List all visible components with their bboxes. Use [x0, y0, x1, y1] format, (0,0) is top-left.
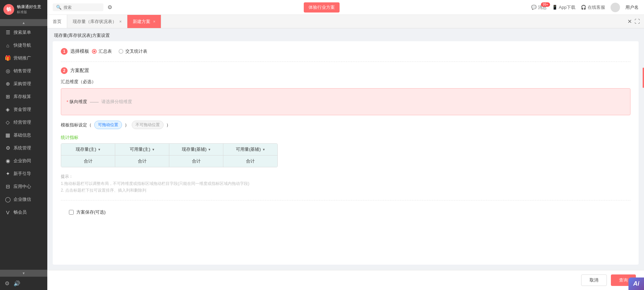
finance-icon: ◈	[5, 106, 11, 113]
system-icon: ⚙	[5, 145, 11, 151]
stats-col-0: 现存量(主) ▾ 合计	[61, 144, 115, 167]
basic-info-icon: ▦	[5, 132, 11, 138]
search-box[interactable]: 🔍	[53, 3, 103, 11]
sidebar-item-finance[interactable]: ◈ 资金管理	[0, 103, 47, 116]
sidebar-item-search-menu[interactable]: ☰ 搜索菜单	[0, 26, 47, 39]
col3-dropdown-icon[interactable]: ▾	[263, 147, 265, 152]
dimension-label: 纵向维度	[70, 99, 87, 105]
industry-plan-button[interactable]: 体验行业方案	[304, 2, 340, 13]
app-download-label: App下载	[559, 4, 575, 10]
sidebar-item-basic-info[interactable]: ▦ 基础信息	[0, 129, 47, 142]
stats-table: 现存量(主) ▾ 合计 可用量(主) ▾ 合计	[61, 143, 278, 167]
sidebar-item-guide[interactable]: ✦ 新手引导	[0, 167, 47, 180]
tab-inventory-close[interactable]: ×	[119, 19, 122, 24]
service-icon: 🎧	[581, 5, 586, 10]
aggregation-label: 汇总维度（必选）	[61, 79, 630, 85]
tab-inventory-status[interactable]: 现存量（库存状况表） ×	[67, 15, 127, 28]
radio-cross[interactable]: 交叉统计表	[119, 48, 147, 54]
app-download-button[interactable]: 📱 App下载	[552, 4, 575, 10]
avatar[interactable]	[611, 3, 620, 12]
stats-col-header-3[interactable]: 可用量(基辅) ▾	[223, 144, 277, 155]
sidebar-item-system[interactable]: ⚙ 系统管理	[0, 142, 47, 154]
radio-summary-circle	[92, 49, 97, 54]
sidebar-item-quick-nav[interactable]: ⌂ 快捷导航	[0, 39, 47, 52]
settings-gear-icon[interactable]: ⚙	[107, 4, 112, 10]
wechat-icon: ◯	[5, 196, 11, 202]
indicator-label-end: ）	[125, 122, 129, 128]
tab-new-plan[interactable]: 新建方案 ×	[127, 15, 161, 28]
chip-draggable: 可拖动位置	[94, 121, 122, 129]
col2-dropdown-icon[interactable]: ▾	[208, 147, 210, 152]
step2-title: 方案配置	[70, 68, 89, 74]
home-icon: ⌂	[5, 43, 11, 48]
sales-icon: ◎	[5, 68, 11, 74]
step2-header: 2 方案配置	[61, 67, 630, 74]
radio-summary[interactable]: 汇总表	[92, 48, 112, 54]
sidebar-item-label: 经营管理	[14, 119, 31, 125]
col0-dropdown-icon[interactable]: ▾	[98, 147, 100, 152]
online-service-button[interactable]: 🎧 在线客服	[581, 4, 605, 10]
sidebar-bottom: ⚙ 🔊	[0, 276, 47, 290]
collapse-icon[interactable]: ✕	[627, 18, 632, 25]
indicator-paren-close: ）	[166, 122, 171, 128]
sidebar-nav: ☰ 搜索菜单 ⌂ 快捷导航 🎁 营销推广 ◎ 销售管理 ⊕ 采购管理 ⊞ 库存核…	[0, 26, 47, 270]
sidebar-item-wechat[interactable]: ◯ 企业微信	[0, 193, 47, 206]
gift-icon: 🎁	[5, 55, 11, 61]
sidebar-item-label: 企业微信	[14, 196, 31, 202]
tab-inventory-label: 现存量（库存状况表）	[73, 19, 117, 25]
sidebar-item-cooperation[interactable]: ◉ 企业协同	[0, 154, 47, 167]
sidebar-item-purchase[interactable]: ⊕ 采购管理	[0, 77, 47, 90]
stats-section: 统计指标 现存量(主) ▾ 合计	[61, 135, 630, 168]
form-footer: 方案保存(可选)	[61, 206, 630, 219]
messages-badge: 99+	[541, 2, 550, 7]
right-scroll-indicator[interactable]	[643, 68, 644, 88]
operations-icon: ◇	[5, 119, 11, 125]
cancel-button[interactable]: 取消	[581, 274, 607, 286]
form-card: 1 选择模板 汇总表 交叉统计表	[53, 41, 639, 265]
expand-icon[interactable]: ⛶	[635, 19, 640, 25]
stats-title: 统计指标	[61, 135, 630, 141]
online-service-label: 在线客服	[588, 4, 605, 10]
tab-new-plan-close[interactable]: ×	[153, 19, 155, 24]
radio-summary-label: 汇总表	[99, 48, 112, 54]
sidebar-item-label: 新手引导	[14, 171, 31, 177]
sidebar-item-operations[interactable]: ◇ 经营管理	[0, 116, 47, 129]
tips-title: 提示：	[61, 174, 630, 179]
sidebar-item-sales[interactable]: ◎ 销售管理	[0, 65, 47, 77]
template-radio-group: 汇总表 交叉统计表	[92, 48, 147, 54]
tab-home[interactable]: 首页	[47, 15, 67, 28]
stats-col-header-2[interactable]: 现存量(基辅) ▾	[169, 144, 223, 155]
stats-col-body-3: 合计	[223, 155, 277, 167]
save-checkbox[interactable]	[69, 210, 74, 215]
sidebar-scroll-up[interactable]: ▲	[0, 19, 47, 26]
stats-col-2: 现存量(基辅) ▾ 合计	[169, 144, 223, 167]
guide-icon: ✦	[5, 171, 11, 177]
tip-item-1: 2. 点击标题栏下拉可设置排序、插入列和删除列	[61, 188, 630, 193]
sidebar-item-inventory[interactable]: ⊞ 库存核算	[0, 90, 47, 103]
stats-col-header-0[interactable]: 现存量(主) ▾	[61, 144, 115, 155]
sidebar-item-label: 库存核算	[14, 94, 31, 100]
sidebar-item-member[interactable]: V 畅会员	[0, 206, 47, 219]
radio-cross-circle	[119, 49, 123, 54]
speaker-icon[interactable]: 🔊	[14, 280, 20, 287]
stats-table-header: 现存量(主) ▾ 合计 可用量(主) ▾ 合计	[61, 144, 277, 167]
search-menu-icon: ☰	[5, 29, 11, 35]
settings-icon[interactable]: ⚙	[5, 280, 9, 287]
sidebar-scroll-down[interactable]: ▼	[0, 270, 47, 276]
dimension-placeholder[interactable]: 请选择分组维度	[101, 99, 132, 105]
stats-col-3: 可用量(基辅) ▾ 合计	[223, 144, 277, 167]
page-title: 现存量(库存状况表)方案设置	[54, 33, 110, 38]
col1-dropdown-icon[interactable]: ▾	[152, 147, 154, 152]
sidebar-item-marketing[interactable]: 🎁 营销推广	[0, 52, 47, 65]
stats-col-header-1[interactable]: 可用量(主) ▾	[115, 144, 169, 155]
step1-section: 1 选择模板 汇总表 交叉统计表	[61, 48, 630, 55]
sidebar-item-label: 系统管理	[14, 145, 31, 151]
topbar-right: 💬 消息 99+ 📱 App下载 🎧 在线客服 用户名	[531, 3, 639, 12]
messages-button[interactable]: 💬 消息 99+	[531, 4, 547, 10]
tab-home-label: 首页	[53, 19, 61, 25]
stats-col-body-0: 合计	[61, 155, 115, 167]
search-input[interactable]	[64, 5, 97, 10]
purchase-icon: ⊕	[5, 81, 11, 87]
sidebar-item-app-center[interactable]: ⊟ 应用中心	[0, 180, 47, 193]
step2-num: 2	[61, 67, 68, 74]
